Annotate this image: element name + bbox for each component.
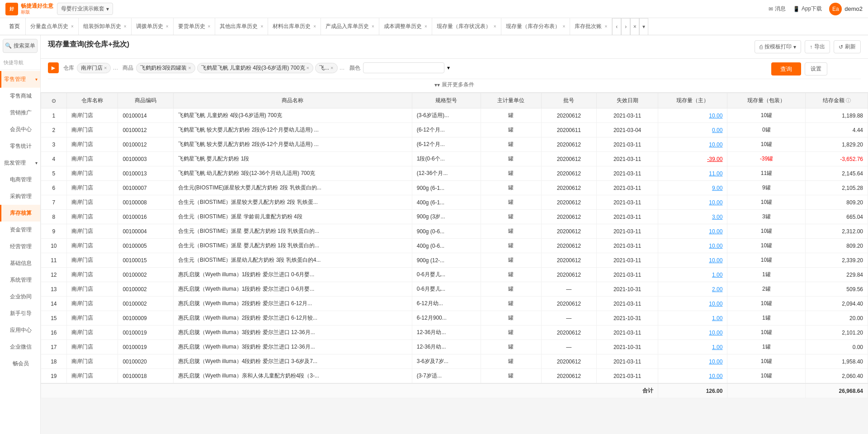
row-no: 15 (41, 311, 67, 326)
filter-expand-btn[interactable]: ► (48, 62, 59, 73)
row-name: 飞鹤星飞帆 较大婴儿配方奶粉 2段(6-12个月婴幼儿适用) ... (174, 123, 412, 137)
tab-tiaobo[interactable]: 调拨单历史 × (132, 18, 174, 35)
tab-chengben[interactable]: 成本调整单历史 × (379, 18, 432, 35)
row-qty-pack: 0罐 (727, 123, 806, 137)
sidebar-item-retail[interactable]: 零售管理 ▾ (0, 71, 40, 88)
filter-more[interactable]: … (113, 65, 118, 71)
logo-text: 畅捷通好生意 标版 (21, 3, 53, 14)
expand-more-btn[interactable]: ▾▾ 展开更多条件 (48, 79, 861, 89)
tab-home[interactable]: 首页 (4, 18, 26, 35)
close-icon[interactable]: × (104, 65, 107, 71)
sidebar-item-member[interactable]: 会员中心 (0, 121, 40, 138)
tab-chanpin[interactable]: 产成品入库单历史 × (321, 18, 379, 35)
tab-xianzai1[interactable]: 现存量（库存状况表） × (432, 18, 501, 35)
sidebar-item-purchase[interactable]: 采购管理 (0, 188, 40, 205)
footer-amount: 26,968.64 (806, 383, 868, 398)
tab-fendian[interactable]: 分量盘点单历史 × (26, 18, 79, 35)
sidebar-item-collab[interactable]: 企业协同 (0, 288, 40, 305)
product-tag-more: 飞... × (315, 63, 337, 73)
sidebar-item-ecom[interactable]: 电商管理 (0, 171, 40, 188)
user-name: demo2 (844, 5, 863, 12)
export-btn[interactable]: ↑ 导出 (805, 40, 830, 53)
setting-btn[interactable]: 设置 (805, 62, 827, 75)
print-btn[interactable]: ⎙ 按模板打印 ▾ (755, 40, 801, 53)
close-icon[interactable]: × (330, 65, 333, 71)
row-expire: 2021-03-11 (597, 195, 658, 210)
sidebar-item-vip[interactable]: 畅会员 (0, 355, 40, 372)
row-qty-pack: 10罐 (727, 224, 806, 239)
close-icon[interactable]: × (425, 24, 427, 29)
close-icon[interactable]: × (494, 24, 496, 29)
product-filter-more[interactable]: … (340, 65, 345, 71)
user-area[interactable]: Ea demo2 (829, 3, 863, 15)
close-icon[interactable]: × (208, 24, 211, 29)
row-warehouse: 南岸门店 (66, 282, 118, 297)
tab-yaohuo[interactable]: 要货单历史 × (174, 18, 216, 35)
table-row: 11 南岸门店 00100015 合生元（BIOSTIME）派星幼儿配方奶粉 3… (41, 253, 868, 268)
close-icon[interactable]: × (313, 24, 316, 29)
row-name: 合生元（BIOSTIME）派星 学龄前儿童配方奶粉 4段 (174, 210, 412, 224)
tab-next-arrow[interactable]: › (621, 18, 630, 35)
tab-zuchai[interactable]: 组装拆卸单历史 × (79, 18, 132, 35)
footer-label: 合计 (41, 383, 658, 398)
row-warehouse: 南岸门店 (66, 181, 118, 195)
close-icon[interactable]: × (188, 65, 191, 71)
main-layout: 🔍 搜索菜单 快捷导航 零售管理 ▾ 零售商城 营销推广 会员中心 零售统计 批… (0, 35, 868, 434)
row-no: 19 (41, 369, 67, 384)
tab-xianzai2[interactable]: 现存量（库存分布表） × (501, 18, 571, 35)
message-btn[interactable]: ✉ 消息 (769, 5, 786, 13)
sidebar-item-base[interactable]: 基础信息 (0, 255, 40, 272)
logo-icon: 好 (5, 3, 18, 15)
sidebar-item-inventory[interactable]: 库存核算 (0, 205, 40, 222)
app-download-btn[interactable]: 📱 App下载 (793, 5, 822, 13)
divider (0, 70, 40, 70)
page-header: 现存量查询(按仓库+批次) ⎙ 按模板打印 ▾ ↑ 导出 ↺ 刷新 (41, 35, 868, 59)
table-row: 10 南岸门店 00100005 合生元（BIOSTIME）派星 婴儿配方奶粉 … (41, 239, 868, 253)
close-icon[interactable]: × (166, 24, 169, 29)
footer-qty: 126.00 (658, 383, 727, 398)
th-settings[interactable]: ⊙ (41, 93, 67, 108)
close-icon[interactable]: × (71, 24, 74, 29)
tab-qita[interactable]: 其他出库单历史 × (215, 18, 268, 35)
tab-cailiao[interactable]: 材料出库单历史 × (268, 18, 321, 35)
expand-more-icon: ▾▾ (434, 82, 440, 88)
search-btn[interactable]: 查询 (771, 62, 801, 75)
close-icon[interactable]: × (604, 24, 607, 29)
sidebar-item-wholesale[interactable]: 批发管理 ▾ (0, 155, 40, 171)
refresh-btn[interactable]: ↺ 刷新 (834, 40, 861, 53)
row-qty-pack: 11罐 (727, 166, 806, 181)
close-icon[interactable]: × (124, 24, 127, 29)
tab-arrows: ‹ › × ▾ (612, 18, 648, 35)
sidebar-item-shop[interactable]: 零售商城 (0, 88, 40, 104)
chevron-down-icon: ▾ (35, 160, 38, 165)
row-qty-main: 10.00 (658, 297, 727, 311)
tab-bar: 首页 分量盘点单历史 × 组装拆卸单历史 × 调拨单历史 × 要货单历史 × 其… (0, 18, 868, 35)
close-icon[interactable]: × (563, 24, 566, 29)
close-icon[interactable]: × (307, 65, 309, 71)
sidebar-item-finance[interactable]: 资金管理 (0, 222, 40, 238)
row-warehouse: 南岸门店 (66, 268, 118, 282)
tab-close-all[interactable]: × (630, 18, 639, 35)
tab-prev-arrow[interactable]: ‹ (612, 18, 621, 35)
sidebar-item-marketing[interactable]: 营销推广 (0, 104, 40, 121)
sidebar-item-app[interactable]: 应用中心 (0, 322, 40, 339)
row-warehouse: 南岸门店 (66, 195, 118, 210)
tab-pipiliang[interactable]: 库存批次账 × (570, 18, 612, 35)
table-row: 9 南岸门店 00100004 合生元（BIOSTIME）派星 婴儿配方奶粉 1… (41, 224, 868, 239)
sidebar-item-ops[interactable]: 经营管理 (0, 238, 40, 255)
sidebar-item-guide[interactable]: 新手引导 (0, 305, 40, 322)
sidebar-item-stats[interactable]: 零售统计 (0, 138, 40, 155)
color-filter-group: 颜色 ▾ (349, 62, 450, 73)
row-qty-main: 10.00 (658, 224, 727, 239)
close-icon[interactable]: × (260, 24, 263, 29)
search-menu-btn[interactable]: 🔍 搜索菜单 (3, 39, 38, 53)
row-spec: 1段(0-6个... (412, 152, 481, 166)
color-input[interactable] (363, 62, 444, 73)
row-batch: 20200612 (541, 268, 597, 282)
sidebar-item-system[interactable]: 系统管理 (0, 272, 40, 288)
org-selector[interactable]: 母婴行业演示账套 ▾ (57, 3, 113, 15)
row-unit: 罐 (481, 152, 541, 166)
close-icon[interactable]: × (372, 24, 374, 29)
tab-menu[interactable]: ▾ (639, 18, 648, 35)
sidebar-item-wechat[interactable]: 企业微信 (0, 339, 40, 355)
